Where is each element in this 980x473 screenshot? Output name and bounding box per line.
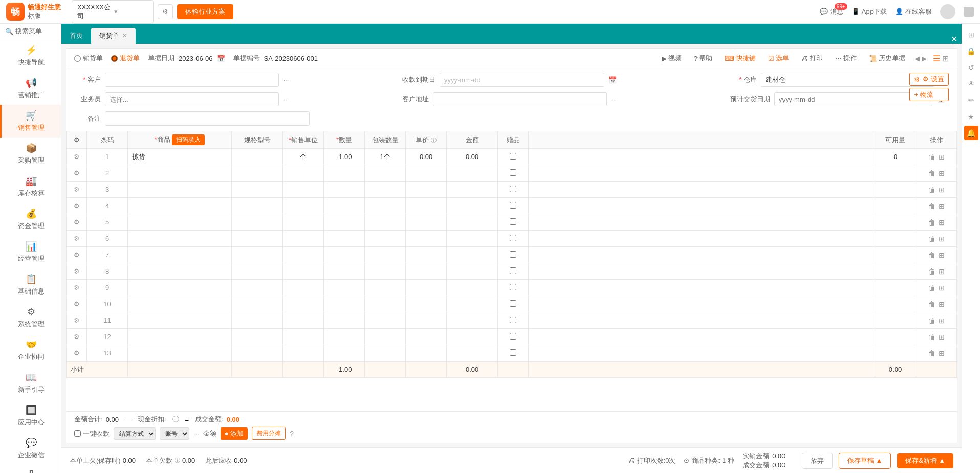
- row-product-cell[interactable]: [128, 345, 232, 362]
- customer-addr-input[interactable]: [433, 92, 607, 106]
- radio-return-order[interactable]: 退货单: [111, 54, 140, 63]
- row-pkg-cell[interactable]: 1个: [365, 149, 406, 165]
- copy-icon[interactable]: ⊞: [939, 300, 945, 308]
- sidebar-item-operations[interactable]: 📊 经营管理: [0, 236, 61, 268]
- gift-checkbox[interactable]: [510, 186, 516, 192]
- row-gift-cell[interactable]: [498, 198, 529, 214]
- sidebar-item-wechat[interactable]: 💬 企业微信: [0, 432, 61, 465]
- delete-icon[interactable]: 🗑: [928, 186, 935, 194]
- row-price-cell[interactable]: [406, 231, 447, 247]
- row-barcode-cell[interactable]: 13: [87, 345, 128, 362]
- trial-button[interactable]: 体验行业方案: [177, 4, 233, 19]
- row-qty-cell[interactable]: [324, 312, 365, 329]
- copy-icon[interactable]: ⊞: [939, 349, 945, 357]
- row-product-cell[interactable]: [128, 214, 232, 231]
- row-qty-cell[interactable]: -1.00: [324, 149, 365, 165]
- copy-icon[interactable]: ⊞: [939, 251, 945, 259]
- one-click-pay-checkbox[interactable]: 一键收款: [74, 429, 110, 438]
- sidebar-search[interactable]: 🔍 搜索菜单: [0, 24, 61, 39]
- row-amount-cell[interactable]: [447, 345, 498, 362]
- row-amount-cell[interactable]: [447, 214, 498, 231]
- sidebar-item-purchase[interactable]: 📦 采购管理: [0, 138, 61, 170]
- row-unit-cell[interactable]: [283, 345, 324, 362]
- row-unit-cell[interactable]: [283, 182, 324, 198]
- gift-checkbox[interactable]: [510, 251, 516, 258]
- sidebar-item-collab[interactable]: 🤝 企业协同: [0, 334, 61, 367]
- row-qty-cell[interactable]: [324, 198, 365, 214]
- right-tool-rotate[interactable]: ↺: [964, 60, 978, 75]
- copy-icon[interactable]: ⊞: [939, 202, 945, 210]
- row-barcode-cell[interactable]: 11: [87, 312, 128, 329]
- row-gift-cell[interactable]: [498, 345, 529, 362]
- row-unit-cell[interactable]: [283, 263, 324, 280]
- gift-checkbox[interactable]: [510, 202, 516, 209]
- row-qty-cell[interactable]: [324, 247, 365, 263]
- row-gift-cell[interactable]: [498, 312, 529, 329]
- radio-sales-order[interactable]: 销货单: [74, 54, 103, 63]
- gift-checkbox[interactable]: [510, 218, 516, 225]
- row-barcode-cell[interactable]: 6: [87, 231, 128, 247]
- gift-checkbox[interactable]: [510, 267, 516, 274]
- row-unit-cell[interactable]: [283, 296, 324, 312]
- sidebar-item-quick-nav[interactable]: ⚡ 快捷导航: [0, 39, 61, 72]
- right-tool-eye[interactable]: 👁: [964, 77, 978, 91]
- row-gift-cell[interactable]: [498, 231, 529, 247]
- customer-input[interactable]: [105, 73, 279, 87]
- row-price-cell[interactable]: [406, 182, 447, 198]
- copy-icon[interactable]: ⊞: [939, 153, 945, 161]
- gift-checkbox[interactable]: [510, 284, 516, 290]
- form-logistics-btn[interactable]: + 物流: [909, 88, 949, 101]
- delete-icon[interactable]: 🗑: [928, 153, 935, 161]
- account-select[interactable]: 账号: [160, 427, 189, 440]
- delete-icon[interactable]: 🗑: [928, 284, 935, 292]
- right-tool-expand[interactable]: ⊞: [964, 28, 978, 42]
- data-table-scroll[interactable]: ⚙ 条码 *商品 扫码录入 规格型号 *销售单位 *数量 包装数量 单价 ⓘ 金: [66, 131, 957, 411]
- print-btn[interactable]: 🖨打印: [798, 53, 826, 64]
- row-gift-cell[interactable]: [498, 296, 529, 312]
- layout-grid-icon[interactable]: ⊞: [942, 54, 949, 63]
- row-barcode-cell[interactable]: 3: [87, 182, 128, 198]
- help-btn[interactable]: ?帮助: [691, 53, 715, 64]
- row-amount-cell[interactable]: [447, 231, 498, 247]
- payment-method-select[interactable]: [114, 427, 156, 440]
- radio-return-input[interactable]: [111, 55, 118, 62]
- row-product-cell[interactable]: [128, 263, 232, 280]
- row-barcode-cell[interactable]: 7: [87, 247, 128, 263]
- calendar-icon[interactable]: 📅: [217, 55, 225, 62]
- gift-checkbox[interactable]: [510, 235, 516, 241]
- tab-home[interactable]: 首页: [61, 28, 91, 44]
- row-amount-cell[interactable]: [447, 329, 498, 345]
- row-gift-cell[interactable]: [498, 182, 529, 198]
- row-spec-cell[interactable]: [232, 263, 283, 280]
- row-qty-cell[interactable]: [324, 296, 365, 312]
- right-tool-alert[interactable]: 🔔: [964, 126, 978, 140]
- delete-icon[interactable]: 🗑: [928, 235, 935, 243]
- row-pkg-cell[interactable]: [365, 247, 406, 263]
- delete-icon[interactable]: 🗑: [928, 267, 935, 276]
- row-pkg-cell[interactable]: [365, 312, 406, 329]
- row-spec-cell[interactable]: [232, 165, 283, 182]
- one-click-pay-input[interactable]: [74, 430, 81, 437]
- row-barcode-cell[interactable]: 12: [87, 329, 128, 345]
- row-spec-cell[interactable]: [232, 198, 283, 214]
- sidebar-item-guide[interactable]: 📖 新手引导: [0, 367, 61, 399]
- delete-icon[interactable]: 🗑: [928, 202, 935, 210]
- row-gift-cell[interactable]: [498, 329, 529, 345]
- account-more-btn[interactable]: ···: [193, 430, 199, 437]
- row-barcode-cell[interactable]: 2: [87, 165, 128, 182]
- row-price-cell[interactable]: 0.00: [406, 149, 447, 165]
- video-btn[interactable]: ▶视频: [659, 53, 685, 64]
- row-amount-cell[interactable]: [447, 198, 498, 214]
- row-price-cell[interactable]: [406, 329, 447, 345]
- row-unit-cell[interactable]: [283, 165, 324, 182]
- prev-arrow-icon[interactable]: ◀: [914, 55, 920, 62]
- message-btn[interactable]: 💬 消息 99+: [820, 7, 843, 16]
- row-amount-cell[interactable]: [447, 312, 498, 329]
- sidebar-item-base[interactable]: 📋 基础信息: [0, 268, 61, 301]
- row-product-cell[interactable]: [128, 296, 232, 312]
- row-spec-cell[interactable]: [232, 231, 283, 247]
- expected-date-input[interactable]: [774, 92, 932, 106]
- shortcut-btn[interactable]: ⌨快捷键: [722, 53, 759, 64]
- copy-icon[interactable]: ⊞: [939, 235, 945, 243]
- right-tool-edit[interactable]: ✏: [964, 93, 978, 107]
